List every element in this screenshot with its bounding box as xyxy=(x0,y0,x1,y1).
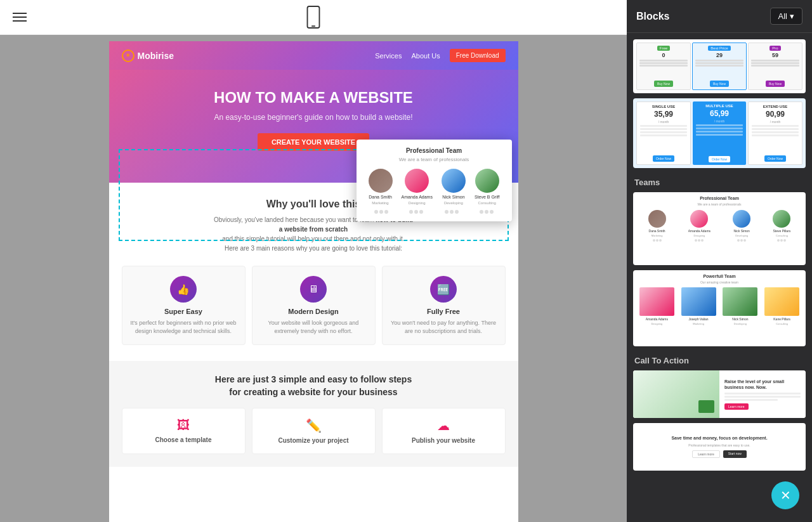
team-role-1: Marketing xyxy=(372,201,388,205)
pricing-block-2[interactable]: SINGLE USE 35,99 / month Order Now MULTI… xyxy=(633,98,806,168)
logo-icon: ☀ xyxy=(122,49,134,62)
step-icon-3: ☁ xyxy=(389,418,499,433)
sidebar-filter-btn[interactable]: All ▾ xyxy=(770,8,802,25)
cta-preview-2: Save time and money, focus on developmen… xyxy=(633,423,806,471)
step-publish: ☁ Publish your website xyxy=(382,408,506,454)
steps-title: Here are just 3 simple and easy to follo… xyxy=(122,374,506,398)
feature-desc-3: You won't need to pay for anything. Ther… xyxy=(389,319,499,335)
team-name-1: Dana Smith xyxy=(369,195,392,199)
hamburger-menu[interactable] xyxy=(13,13,27,22)
feature-desc-2: Your website will look gorgeous and extr… xyxy=(259,319,369,335)
main-area: ☀ Mobirise Services About Us Free Downlo… xyxy=(0,0,627,522)
super-easy-icon: 👍 xyxy=(170,276,197,303)
cta-btn-1: Learn more xyxy=(724,403,749,410)
cta-image xyxy=(633,370,719,418)
team-popup-members: Dana Smith Marketing Amanda Adams Design… xyxy=(364,169,504,205)
team-avatar-3 xyxy=(442,169,466,193)
nav-about[interactable]: About Us xyxy=(411,52,440,60)
pricing-col-paid: Best Price 29 Buy Now xyxy=(692,42,747,90)
team-member-4: Steve B Griff Consulting xyxy=(475,169,500,205)
team-social-row xyxy=(364,210,504,214)
teams-preview-1: Professional Team We are a team of profe… xyxy=(633,192,806,265)
feature-title-1: Super Easy xyxy=(129,308,239,315)
steps-grid: 🖼 Choose a template ✏️ Customize your pr… xyxy=(122,408,506,454)
team-avatar-1 xyxy=(369,169,393,193)
social-dots-3 xyxy=(445,210,459,214)
top-bar xyxy=(0,0,627,35)
team-member-3: Nick Simon Developing xyxy=(442,169,466,205)
fully-free-icon: 🆓 xyxy=(430,276,457,303)
cta-block-2[interactable]: Save time and money, focus on developmen… xyxy=(633,423,806,471)
teams-preview-2: Powerfull Team Our amazing creative team… xyxy=(633,270,806,346)
team-role-3: Developing xyxy=(444,201,463,205)
pricing-col-free: Free 0 Buy Now xyxy=(636,42,691,90)
site-logo: ☀ Mobirise xyxy=(122,49,174,62)
team-popup-title: Professional Team xyxy=(364,147,504,154)
step-label-1: Choose a template xyxy=(129,436,239,443)
cta2-btn-solid: Start now xyxy=(723,450,747,458)
nav-services[interactable]: Services xyxy=(375,52,402,60)
team-avatar-4 xyxy=(475,169,499,193)
feature-modern-design: 🖥 Modern Design Your website will look g… xyxy=(252,266,376,345)
teams-block-section: Teams Professional Team We are a team of… xyxy=(633,178,806,346)
social-dots-4 xyxy=(480,210,494,214)
teams-section-title: Teams xyxy=(633,178,806,187)
step-label-3: Publish your website xyxy=(389,437,499,444)
steps-section: Here are just 3 simple and easy to follo… xyxy=(109,361,518,467)
features-grid: 👍 Super Easy It's perfect for beginners … xyxy=(122,266,506,345)
step-icon-2: ✏️ xyxy=(259,418,369,433)
team-popup-subtitle: We are a team of professionals xyxy=(364,157,504,162)
cta-text-side: Raise the level of your small business n… xyxy=(719,370,806,418)
hero-title: HOW TO MAKE A WEBSITE xyxy=(122,89,506,107)
site-nav-links: Services About Us Free Download xyxy=(375,49,505,62)
team-block-powerful[interactable]: Powerfull Team Our amazing creative team… xyxy=(633,270,806,346)
step-choose-template: 🖼 Choose a template xyxy=(122,408,246,454)
team-name-4: Steve B Griff xyxy=(475,195,500,199)
team-popup: Professional Team We are a team of profe… xyxy=(357,140,512,221)
svg-rect-0 xyxy=(308,6,320,28)
cta-preview-1: Raise the level of your small business n… xyxy=(633,370,806,418)
feature-title-3: Fully Free xyxy=(389,308,499,315)
step-customize: ✏️ Customize your project xyxy=(252,408,376,454)
team-name-3: Nick Simon xyxy=(442,195,464,199)
step-icon-1: 🖼 xyxy=(129,418,239,433)
website-preview: ☀ Mobirise Services About Us Free Downlo… xyxy=(109,41,518,522)
team-role-2: Designing xyxy=(409,201,426,205)
team-member-1: Dana Smith Marketing xyxy=(369,169,393,205)
cta-block-1[interactable]: Raise the level of your small business n… xyxy=(633,370,806,418)
pricing-col-pro: Pro 59 Buy Now xyxy=(748,42,802,90)
cta2-btn-outline: Learn more xyxy=(692,450,720,458)
sidebar-title: Blocks xyxy=(636,11,669,22)
mobile-preview-icon[interactable] xyxy=(306,6,321,29)
feature-super-easy: 👍 Super Easy It's perfect for beginners … xyxy=(122,266,246,345)
sidebar-header: Blocks All ▾ xyxy=(627,0,812,33)
step-label-2: Customize your project xyxy=(259,437,369,444)
pricing-block-1[interactable]: Free 0 Buy Now Best Price 29 Buy Now Pro… xyxy=(633,39,806,93)
close-button[interactable]: ✕ xyxy=(771,481,799,509)
team-block-professional[interactable]: Professional Team We are a team of profe… xyxy=(633,192,806,265)
team-member-2: Amanda Adams Designing xyxy=(402,169,433,205)
nav-cta-btn[interactable]: Free Download xyxy=(450,49,506,62)
cta-section-title: Call To Action xyxy=(633,356,806,365)
team-avatar-2 xyxy=(405,169,429,193)
feature-desc-1: It's perfect for beginners with no prior… xyxy=(129,319,239,335)
pricing-section: Free 0 Buy Now Best Price 29 Buy Now Pro… xyxy=(633,39,806,168)
hero-subtitle: An easy-to-use beginner's guide on how t… xyxy=(122,113,506,122)
feature-fully-free: 🆓 Fully Free You won't need to pay for a… xyxy=(382,266,506,345)
social-dots-1 xyxy=(374,210,388,214)
modern-design-icon: 🖥 xyxy=(300,276,327,303)
right-sidebar: Blocks All ▾ Free 0 Buy Now Best Price xyxy=(627,0,812,522)
sidebar-content: Free 0 Buy Now Best Price 29 Buy Now Pro… xyxy=(627,33,812,522)
site-navbar: ☀ Mobirise Services About Us Free Downlo… xyxy=(109,41,518,70)
cta-block-section: Call To Action Raise the level of your s… xyxy=(633,356,806,471)
preview-container: ☀ Mobirise Services About Us Free Downlo… xyxy=(0,35,627,522)
feature-title-2: Modern Design xyxy=(259,308,369,315)
hero-cta-btn[interactable]: CREATE YOUR WEBSITE xyxy=(258,133,369,151)
social-dots-2 xyxy=(409,210,423,214)
team-name-2: Amanda Adams xyxy=(402,195,433,199)
team-role-4: Consulting xyxy=(478,201,496,205)
